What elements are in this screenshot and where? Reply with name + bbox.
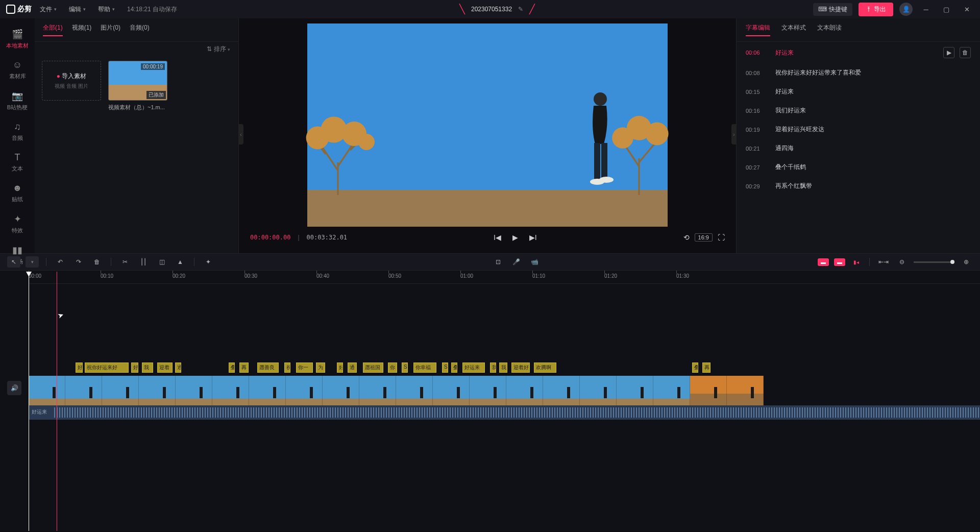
user-avatar[interactable]: 👤 [899, 3, 913, 16]
rail-文本[interactable]: T文本 [0, 147, 35, 178]
subtitle-clip[interactable]: 迎着 [157, 362, 173, 373]
video-preview[interactable] [307, 23, 668, 227]
subtitle-clip[interactable]: 好 [76, 362, 83, 373]
play-sub-icon[interactable]: ▶ [943, 47, 954, 58]
secondary-playhead[interactable] [57, 272, 57, 531]
subtitle-clip[interactable]: 通 [348, 362, 357, 373]
menu-help[interactable]: 帮助▾ [94, 3, 119, 16]
menu-file[interactable]: 文件▾ [36, 3, 61, 16]
asset-tab[interactable]: 音频(0) [130, 23, 150, 36]
marker-2[interactable]: ▬ [834, 258, 845, 266]
edit-name-icon[interactable]: ✎ [518, 6, 523, 13]
asset-tab[interactable]: 视频(1) [72, 23, 92, 36]
marker-3[interactable]: ▮◂ [850, 258, 862, 266]
right-tab[interactable]: 字幕编辑 [746, 23, 770, 36]
zoom-slider[interactable] [914, 261, 954, 263]
subtitle-clip[interactable]: 再 [239, 362, 249, 373]
subtitle-row[interactable]: 00:21通四海 [737, 139, 980, 158]
subtitle-clip[interactable]: 叠 [692, 362, 698, 373]
right-tab[interactable]: 文本样式 [781, 23, 806, 36]
split-button[interactable]: ⎮⎮ [137, 256, 150, 268]
playhead[interactable] [29, 272, 29, 531]
redo-button[interactable]: ↷ [72, 256, 85, 268]
subtitle-clip[interactable]: 我 [499, 362, 507, 373]
undo-button[interactable]: ↶ [54, 256, 67, 268]
rail-素材库[interactable]: ☺素材库 [0, 55, 35, 85]
subtitle-row[interactable]: 00:16我们好运来 [737, 101, 980, 120]
export-button[interactable]: ⭱导出 [859, 3, 893, 16]
subtitle-clip[interactable]: 我 [142, 362, 153, 373]
maximize-button[interactable]: ▢ [939, 6, 953, 13]
subtitle-clip[interactable]: 祝 [284, 362, 290, 373]
asset-tab[interactable]: 全部(1) [43, 23, 63, 36]
subtitle-clip[interactable]: 好 [131, 362, 138, 373]
pointer-tool-button[interactable]: ↖ [7, 256, 20, 268]
subtitle-row[interactable]: 00:19迎着好运兴旺发达 [737, 120, 980, 139]
cut-button[interactable]: ✂ [118, 256, 132, 268]
caption-button[interactable]: ⊡ [492, 256, 505, 268]
subtitle-clip[interactable]: 叠 [229, 362, 235, 373]
timeline[interactable]: 00:0000:1000:2000:3000:4000:5001:0001:10… [0, 271, 980, 531]
subtitle-row[interactable]: 00:15好运来 [737, 82, 980, 101]
tool-dropdown[interactable]: ▾ [26, 256, 39, 268]
subtitle-clip[interactable]: 欢腾啊 [534, 362, 556, 373]
subtitle-clip[interactable]: 好运来 [462, 362, 485, 373]
rail-特效[interactable]: ✦特效 [0, 208, 35, 239]
snap-button[interactable]: ⇤⇥ [877, 256, 890, 268]
asset-tab[interactable]: 图片(0) [101, 23, 120, 36]
subtitle-clip[interactable]: S [402, 362, 408, 373]
rail-贴纸[interactable]: ☻贴纸 [0, 178, 35, 208]
time-ruler[interactable]: 00:0000:1000:2000:3000:4000:5001:0001:10… [29, 271, 980, 284]
mic-button[interactable]: 🎤 [510, 256, 523, 268]
rail-B站热梗[interactable]: 📷B站热梗 [0, 85, 35, 116]
subtitle-clip[interactable]: 为 [316, 362, 325, 373]
aspect-ratio[interactable]: 16:9 [695, 233, 713, 241]
subtitle-clip[interactable]: 再 [702, 362, 710, 373]
camera-button[interactable]: 📹 [528, 256, 542, 268]
rail-音频[interactable]: ♫音频 [0, 116, 35, 147]
asset-clip[interactable]: 00:00:19 已添加 视频素材（总）~1.m... [108, 61, 167, 111]
marker-1[interactable]: ▬ [818, 258, 829, 266]
subtitle-clip[interactable]: 通 [175, 362, 181, 373]
subtitle-clip[interactable]: 你幸福 [413, 362, 436, 373]
subtitle-clip[interactable]: 迎着好 [511, 362, 530, 373]
mirror-button[interactable]: ▲ [174, 256, 187, 268]
subtitle-clip[interactable]: 愿祖国 [363, 362, 383, 373]
import-card[interactable]: ● 导入素材 视频 音频 图片 [42, 61, 101, 111]
subtitle-row[interactable]: 00:06好运来▶🗑 [737, 42, 980, 63]
prev-frame-button[interactable]: I◀ [494, 233, 501, 241]
right-tab[interactable]: 文本朗读 [817, 23, 842, 36]
subtitle-row[interactable]: 00:29再系个红飘带 [737, 177, 980, 196]
delete-sub-icon[interactable]: 🗑 [960, 47, 971, 58]
minimize-button[interactable]: ─ [919, 6, 933, 13]
fullscreen-icon[interactable]: ⛶ [718, 233, 725, 241]
sort-button[interactable]: ⇅ 排序 ▾ [207, 45, 230, 54]
subtitle-clip[interactable]: 你一 [296, 362, 313, 373]
subtitle-clip[interactable]: 叠 [451, 362, 457, 373]
crop-button[interactable]: ◫ [155, 256, 168, 268]
delete-button[interactable]: 🗑 [90, 256, 104, 268]
subtitle-clip[interactable]: 祝你好运来好 [85, 362, 129, 373]
subtitle-clip[interactable]: 你 [388, 362, 397, 373]
loop-icon[interactable]: ⟲ [683, 233, 690, 241]
play-button[interactable]: ▶ [512, 233, 518, 241]
zoom-out-button[interactable]: ⊖ [895, 256, 909, 268]
audio-track[interactable]: 好运来 [29, 405, 980, 420]
rail-本地素材[interactable]: 🎬本地素材 [0, 23, 35, 55]
subtitle-clip[interactable]: 我 [490, 362, 496, 373]
magic-button[interactable]: ✦ [202, 256, 215, 268]
subtitle-clip[interactable]: S [442, 362, 448, 373]
menu-edit[interactable]: 编辑▾ [65, 3, 90, 16]
next-frame-button[interactable]: ▶I [529, 233, 537, 241]
subtitle-row[interactable]: 00:27叠个千纸鹤 [737, 158, 980, 177]
shortcut-button[interactable]: ⌨快捷键 [813, 3, 852, 16]
collapse-right-icon[interactable]: › [731, 124, 737, 144]
subtitle-track[interactable]: 好祝你好运来好好我迎着通叠再愿善良祝你一为好通愿祖国你S你幸福S叠好运来我我迎着… [29, 362, 980, 374]
video-track[interactable] [29, 376, 980, 405]
zoom-in-button[interactable]: ⊕ [960, 256, 973, 268]
subtitle-clip[interactable]: 好 [337, 362, 343, 373]
subtitle-clip[interactable]: 愿善良 [257, 362, 279, 373]
project-name[interactable]: 202307051332 [471, 6, 512, 13]
close-button[interactable]: ✕ [960, 6, 974, 13]
subtitle-row[interactable]: 00:08祝你好运来好好运带来了喜和爱 [737, 63, 980, 82]
